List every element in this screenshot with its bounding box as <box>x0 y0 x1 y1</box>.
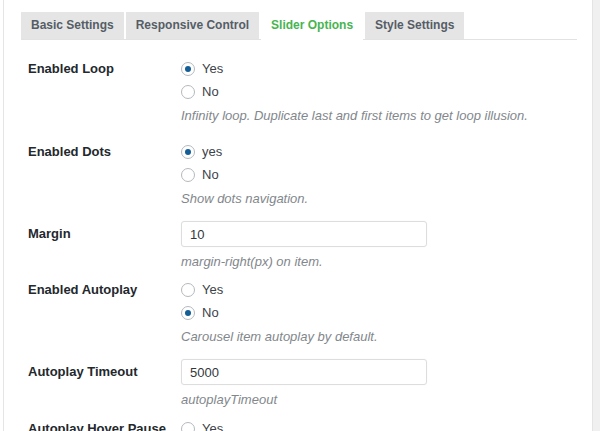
radio-label: No <box>202 84 219 100</box>
field-description: Carousel item autoplay by default. <box>181 329 591 345</box>
enabled-loop-option-no[interactable]: No <box>181 83 591 101</box>
field-description: autoplayTimeout <box>181 392 591 408</box>
radio-label: Yes <box>202 421 223 431</box>
field-control: Yes <box>181 420 591 431</box>
enabled-autoplay-no-radio[interactable] <box>181 306 195 320</box>
field-label: Enabled Loop <box>28 60 181 124</box>
tab-responsive-control[interactable]: Responsive Control <box>126 12 259 39</box>
field-label: Enabled Autoplay <box>28 281 181 345</box>
enabled-autoplay-yes-radio[interactable] <box>181 283 195 297</box>
field-row-enabled-dots: Enabled Dots yes No Show dots navigation… <box>28 143 591 207</box>
settings-panel: Basic Settings Responsive Control Slider… <box>0 0 600 431</box>
settings-tabbar: Basic Settings Responsive Control Slider… <box>21 12 577 40</box>
enabled-autoplay-option-yes[interactable]: Yes <box>181 281 591 299</box>
field-control: yes No Show dots navigation. <box>181 143 591 207</box>
radio-label: Yes <box>202 61 223 77</box>
field-label: Autoplay Hover Pause <box>28 420 181 431</box>
field-row-autoplay-timeout: Autoplay Timeout autoplayTimeout <box>28 359 591 408</box>
tab-style-settings[interactable]: Style Settings <box>365 12 464 39</box>
field-description: Infinity loop. Duplicate last and first … <box>181 108 591 124</box>
tab-basic-settings[interactable]: Basic Settings <box>21 12 124 39</box>
field-control: margin-right(px) on item. <box>181 221 591 270</box>
field-description: Show dots navigation. <box>181 191 591 207</box>
field-control: autoplayTimeout <box>181 359 591 408</box>
settings-form: Enabled Loop Yes No Infinity loop. Dupli… <box>4 40 591 431</box>
radio-label: No <box>202 167 219 183</box>
enabled-dots-option-no[interactable]: No <box>181 166 591 184</box>
radio-label: Yes <box>202 282 223 298</box>
field-row-enabled-autoplay: Enabled Autoplay Yes No Carousel item au… <box>28 281 591 345</box>
page-background-strip <box>592 0 600 431</box>
enabled-loop-yes-radio[interactable] <box>181 62 195 76</box>
enabled-loop-no-radio[interactable] <box>181 85 195 99</box>
radio-label: No <box>202 305 219 321</box>
field-row-autoplay-hover-pause: Autoplay Hover Pause Yes <box>28 420 591 431</box>
autoplay-hover-pause-yes-radio[interactable] <box>181 422 195 431</box>
field-label: Enabled Dots <box>28 143 181 207</box>
field-label: Margin <box>28 221 181 270</box>
enabled-dots-option-yes[interactable]: yes <box>181 143 591 161</box>
field-label: Autoplay Timeout <box>28 359 181 408</box>
autoplay-hover-pause-option-yes[interactable]: Yes <box>181 420 591 431</box>
enabled-dots-no-radio[interactable] <box>181 168 195 182</box>
settings-content: Basic Settings Responsive Control Slider… <box>4 0 591 431</box>
radio-label: yes <box>202 144 222 160</box>
field-control: Yes No Carousel item autoplay by default… <box>181 281 591 345</box>
enabled-dots-yes-radio[interactable] <box>181 145 195 159</box>
autoplay-timeout-input[interactable] <box>181 359 427 385</box>
enabled-loop-option-yes[interactable]: Yes <box>181 60 591 78</box>
field-description: margin-right(px) on item. <box>181 254 591 270</box>
tab-slider-options[interactable]: Slider Options <box>261 12 363 40</box>
field-row-enabled-loop: Enabled Loop Yes No Infinity loop. Dupli… <box>28 60 591 124</box>
field-control: Yes No Infinity loop. Duplicate last and… <box>181 60 591 124</box>
margin-input[interactable] <box>181 221 427 247</box>
field-row-margin: Margin margin-right(px) on item. <box>28 221 591 270</box>
enabled-autoplay-option-no[interactable]: No <box>181 304 591 322</box>
